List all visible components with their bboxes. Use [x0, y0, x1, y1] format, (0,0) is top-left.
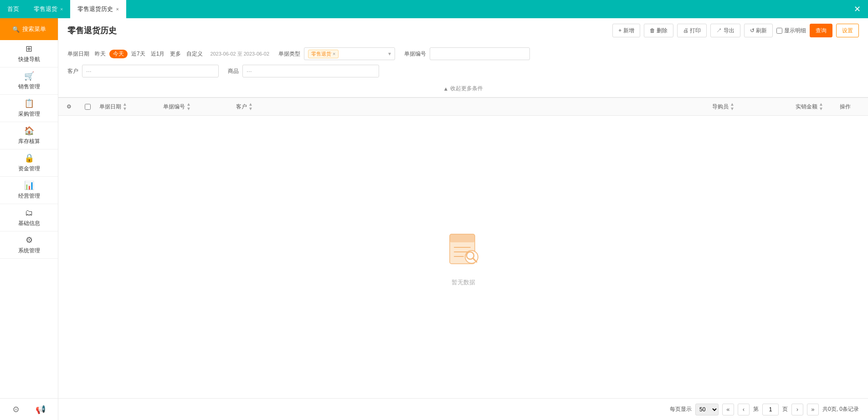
- th-doc-no[interactable]: 单据编号 ▲▼: [159, 102, 232, 111]
- date-more[interactable]: 更多: [168, 50, 183, 58]
- sort-doc-no-icon: ▲▼: [186, 102, 191, 111]
- tab-retail-return[interactable]: 零售退货 ×: [26, 0, 70, 18]
- tab-retail-return-history[interactable]: 零售退货历史 ×: [70, 0, 126, 18]
- sidebar-search-label: 搜索菜单: [22, 25, 46, 33]
- main-layout: 🔍 搜索菜单 ⊞ 快捷导航 🛒 销售管理 📋 采购管理 🏠 库存核算 🔒 资金管…: [0, 18, 868, 420]
- sidebar-item-base-info[interactable]: 🗂 基础信息: [0, 204, 58, 231]
- sidebar-item-purchase-mgmt[interactable]: 📋 采购管理: [0, 95, 58, 122]
- goods-dots: ···: [247, 67, 252, 75]
- th-customer-label: 客户: [236, 103, 247, 111]
- next-page-button[interactable]: ›: [791, 404, 803, 415]
- operations-icon: 📊: [24, 180, 34, 190]
- doc-type-label: 单据类型: [278, 50, 300, 58]
- sort-customer-icon: ▲▼: [248, 102, 253, 111]
- date-custom[interactable]: 自定义: [185, 50, 205, 58]
- th-doc-date[interactable]: 单据日期 ▲▼: [96, 102, 159, 111]
- customer-select[interactable]: ···: [82, 65, 219, 77]
- base-info-icon: 🗂: [25, 208, 33, 218]
- show-detail-checkbox-label: 显示明细: [776, 27, 806, 35]
- doc-no-input[interactable]: [430, 47, 530, 60]
- page-label: 第: [753, 405, 759, 413]
- filter-doc-type: 单据类型 零售退货 × ▾: [278, 47, 395, 60]
- th-guide-label: 导购员: [712, 103, 729, 111]
- date-yesterday[interactable]: 昨天: [93, 50, 108, 58]
- customer-dots: ···: [86, 67, 92, 75]
- show-detail-checkbox[interactable]: [776, 28, 782, 34]
- doc-type-chevron-icon: ▾: [388, 51, 391, 57]
- tab-home[interactable]: 首页: [0, 0, 26, 18]
- sidebar-item-purchase-label: 采购管理: [18, 110, 40, 118]
- refresh-button[interactable]: ↺ 刷新: [744, 24, 773, 37]
- show-detail-label: 显示明细: [784, 27, 806, 35]
- settings-icon[interactable]: ⚙: [12, 405, 20, 415]
- page-suffix: 页: [782, 405, 788, 413]
- sidebar-item-sales-label: 销售管理: [18, 83, 40, 91]
- sidebar-item-system-label: 系统管理: [18, 247, 40, 255]
- th-doc-date-label: 单据日期: [99, 103, 121, 111]
- finance-icon: 🔒: [24, 153, 34, 163]
- export-button[interactable]: ↗ 导出: [710, 24, 740, 37]
- close-window-button[interactable]: ✕: [847, 4, 868, 14]
- query-button[interactable]: 查询: [810, 24, 832, 37]
- empty-illustration: [441, 227, 486, 273]
- collapse-icon: ▲: [443, 86, 449, 92]
- filter-row-1: 单据日期 昨天 今天 近7天 近1月 更多 自定义 2023-06-02 至 2…: [67, 47, 859, 60]
- th-amount[interactable]: 实销金额 ▲▼: [772, 102, 827, 111]
- sidebar-item-sales-mgmt[interactable]: 🛒 销售管理: [0, 67, 58, 95]
- page-title: 零售退货历史: [67, 25, 117, 36]
- th-settings[interactable]: ⚙: [63, 103, 79, 110]
- goods-select[interactable]: ···: [242, 65, 379, 77]
- volume-icon[interactable]: 📢: [36, 405, 46, 415]
- page-input[interactable]: [762, 404, 779, 415]
- new-button[interactable]: + 新增: [612, 24, 640, 37]
- th-action: 操作: [827, 103, 863, 111]
- th-amount-label: 实销金额: [796, 103, 817, 111]
- collapse-bar[interactable]: ▲ 收起更多条件: [67, 82, 859, 97]
- inventory-icon: 🏠: [24, 126, 34, 136]
- sidebar-item-inventory[interactable]: 🏠 库存核算: [0, 122, 58, 149]
- select-all-checkbox[interactable]: [85, 104, 91, 110]
- sidebar-item-finance[interactable]: 🔒 资金管理: [0, 149, 58, 177]
- th-customer[interactable]: 客户 ▲▼: [232, 102, 709, 111]
- sidebar-item-operations-label: 经营管理: [18, 192, 40, 200]
- tab-retail-return-close[interactable]: ×: [60, 6, 63, 12]
- system-icon: ⚙: [26, 235, 33, 245]
- svg-rect-1: [450, 234, 475, 242]
- date-today[interactable]: 今天: [109, 50, 128, 58]
- doc-type-tag-remove[interactable]: ×: [333, 51, 335, 56]
- sales-icon: 🛒: [24, 71, 34, 81]
- setting-button[interactable]: 设置: [836, 24, 859, 37]
- sort-amount-icon: ▲▼: [819, 102, 823, 111]
- sidebar-item-operations[interactable]: 📊 经营管理: [0, 177, 58, 204]
- sort-doc-date-icon: ▲▼: [123, 102, 127, 111]
- date-7days[interactable]: 近7天: [129, 50, 147, 58]
- filter-row-2: 客户 ··· 商品 ···: [67, 65, 859, 77]
- prev-page-button[interactable]: ‹: [738, 404, 750, 415]
- date-1month[interactable]: 近1月: [149, 50, 167, 58]
- settings-col-icon: ⚙: [67, 103, 72, 110]
- sidebar-item-system[interactable]: ⚙ 系统管理: [0, 231, 58, 259]
- sidebar-bottom: ⚙ 📢: [0, 398, 58, 420]
- filter-doc-date: 单据日期 昨天 今天 近7天 近1月 更多 自定义 2023-06-02 至 2…: [67, 50, 269, 58]
- doc-type-tag: 零售退货 ×: [308, 50, 339, 58]
- per-page-select[interactable]: 50 10 20 100: [695, 404, 719, 415]
- tab-retail-return-history-close[interactable]: ×: [116, 6, 118, 12]
- content-area: 零售退货历史 + 新增 🗑 删除 🖨 打印 ↗ 导出 ↺ 刷新 显示明细 查询 …: [58, 18, 868, 420]
- th-checkbox[interactable]: [79, 104, 96, 110]
- empty-text: 暂无数据: [452, 278, 475, 287]
- sidebar-item-quick-nav[interactable]: ⊞ 快捷导航: [0, 40, 58, 67]
- tab-retail-return-label: 零售退货: [34, 5, 57, 13]
- print-button[interactable]: 🖨 打印: [677, 24, 707, 37]
- empty-state: 暂无数据: [58, 116, 868, 398]
- sidebar-search[interactable]: 🔍 搜索菜单: [0, 18, 58, 40]
- filter-doc-no: 单据编号: [404, 47, 530, 60]
- first-page-button[interactable]: «: [722, 404, 734, 415]
- sidebar-item-finance-label: 资金管理: [18, 165, 40, 173]
- delete-button[interactable]: 🗑 删除: [644, 24, 673, 37]
- doc-type-tag-text: 零售退货: [311, 51, 331, 57]
- th-guide[interactable]: 导购员 ▲▼: [709, 102, 772, 111]
- doc-type-select[interactable]: 零售退货 × ▾: [304, 47, 395, 60]
- last-page-button[interactable]: »: [807, 404, 819, 415]
- pagination: 每页显示 50 10 20 100 « ‹ 第 页 › » 共0页, 0条记录: [58, 398, 868, 420]
- filter-area: 单据日期 昨天 今天 近7天 近1月 更多 自定义 2023-06-02 至 2…: [67, 43, 859, 97]
